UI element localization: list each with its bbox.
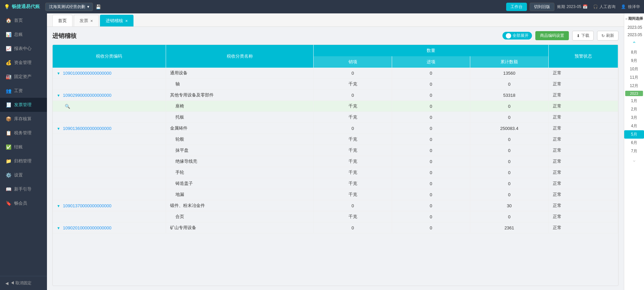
table-row: 抹平盘 千克 0 0 正常 (53, 145, 618, 156)
right-panel-collapse-icon[interactable]: » (625, 16, 628, 21)
top-bar: 💡 畅捷通易代账 沈海英测试经营勿删 ▾ 💾 工作台 切到旧版 账期 2023-… (0, 0, 644, 13)
sidebar-label-inventory: 库存核算 (14, 116, 32, 122)
page-title-row: 进销稽核 全部展开 商品编码设置 ⬇ 下载 ↻ 刷新 (52, 31, 619, 41)
period-10[interactable]: 10月 (624, 65, 644, 73)
expand-icon[interactable]: ▼ (57, 71, 60, 75)
sidebar-item-invoice[interactable]: 🧾 发票管理 (0, 98, 47, 112)
tab-home[interactable]: 首页 (52, 15, 72, 26)
expand-all-toggle[interactable]: 全部展开 (502, 32, 532, 40)
cell-warning: 正常 (548, 123, 618, 134)
sidebar-item-archive[interactable]: 📁 归档管理 (0, 154, 47, 168)
sidebar-item-reports[interactable]: 📈 报表中心 (0, 42, 47, 56)
unpin-sidebar-btn[interactable]: ◀ ◀ 取消固定 (0, 276, 47, 290)
cell-name: 铸造盖子 (166, 178, 314, 189)
download-btn[interactable]: ⬇ 下载 (572, 31, 594, 41)
expand-icon[interactable]: ▼ (57, 204, 60, 208)
cell-code (53, 145, 166, 156)
cell-code: ▼ 10901370000000000000 (53, 200, 166, 211)
table-row: ▼ 10901370000000000000 锻件、粉末冶金件 0 0 30 正… (53, 200, 618, 211)
period-2[interactable]: 2月 (624, 105, 644, 114)
expand-icon[interactable]: ▼ (57, 226, 60, 230)
period-12[interactable]: 12月 (624, 82, 644, 90)
company-selector[interactable]: 沈海英测试经营勿删 ▾ (45, 3, 93, 11)
sidebar-label-member: 畅会员 (14, 200, 27, 206)
sidebar-item-settle[interactable]: ✅ 结账 (0, 140, 47, 154)
tax-icon: 📋 (5, 130, 11, 136)
sidebar-item-home[interactable]: 🏠 首页 (0, 13, 47, 27)
expand-icon[interactable]: ▼ (57, 127, 60, 131)
workbench-button[interactable]: 工作台 (506, 3, 527, 11)
col-code: 税收分类编码 (53, 45, 166, 68)
period-7[interactable]: 7月 (624, 147, 644, 155)
product-code-btn[interactable]: 商品编码设置 (535, 31, 569, 40)
col-total: 累计数额 (470, 56, 548, 68)
title-actions: 全部展开 商品编码设置 ⬇ 下载 ↻ 刷新 (502, 31, 619, 41)
period-item-2023-05-b[interactable]: 2023.05 (626, 31, 643, 39)
cell-code (53, 79, 166, 90)
company-name: 沈海英测试经营勿删 (49, 4, 85, 10)
sidebar-item-ledger[interactable]: 📊 总账 (0, 27, 47, 42)
cell-purchase: 0 (470, 178, 548, 189)
main-table: 税收分类编码 税收分类名称 数量 预警状态 销项 进项 累计数额 (53, 45, 618, 233)
settings-icon: ⚙️ (5, 172, 11, 178)
tab-reconcile-close[interactable]: ✕ (125, 19, 128, 23)
table-row: 手轮 千克 0 0 正常 (53, 167, 618, 178)
cell-warning: 正常 (548, 145, 618, 156)
toggle-circle (506, 33, 511, 39)
tab-reconcile[interactable]: 进销稽核 ✕ (100, 15, 133, 26)
cell-purchase: 0 (470, 112, 548, 123)
save-icon[interactable]: 💾 (96, 4, 101, 9)
expand-icon[interactable]: ▼ (57, 93, 60, 97)
sidebar-label-home: 首页 (14, 17, 23, 23)
refresh-btn[interactable]: ↻ 刷新 (597, 31, 619, 41)
cell-warning: 正常 (548, 90, 618, 101)
sidebar-item-payroll[interactable]: 👥 工资 (0, 84, 47, 98)
period-9[interactable]: 9月 (624, 57, 644, 65)
period-item-2023-05-a[interactable]: 2023.05 (626, 24, 643, 31)
cell-purchase: 0 (470, 167, 548, 178)
cell-warning: 正常 (548, 112, 618, 123)
cell-name: 手轮 (166, 167, 314, 178)
tab-reconcile-label: 进销稽核 (106, 18, 123, 24)
sidebar-item-assets[interactable]: 🏭 固定资产 (0, 70, 47, 84)
headset-icon: 🎧 (593, 4, 598, 9)
cell-sale: 0 (314, 123, 392, 134)
sidebar-item-guide[interactable]: 📖 新手引导 (0, 182, 47, 196)
period-6[interactable]: 6月 (624, 139, 644, 147)
guide-icon: 📖 (5, 187, 11, 192)
calendar-icon[interactable]: 📅 (583, 4, 588, 9)
service-btn[interactable]: 🎧 人工咨询 (593, 4, 615, 10)
period-1[interactable]: 1月 (624, 97, 644, 105)
switch-old-button[interactable]: 切到旧版 (530, 3, 554, 11)
sidebar-item-inventory[interactable]: 📦 库存核算 (0, 112, 47, 126)
scroll-up-arrow[interactable]: ⌃ (631, 39, 638, 48)
table-row: 地漏 千克 0 0 正常 (53, 189, 618, 200)
period-8[interactable]: 8月 (624, 48, 644, 57)
period-4[interactable]: 4月 (624, 122, 644, 130)
period-11[interactable]: 11月 (624, 73, 644, 82)
sidebar-item-settings[interactable]: ⚙️ 设置 (0, 168, 47, 182)
table-row: 轴 千克 0 0 正常 (53, 79, 618, 90)
tab-invoice[interactable]: 发票 ✕ (74, 15, 99, 26)
period-display: 账期 2023-05 📅 (557, 4, 588, 10)
unpin-icon: ◀ (5, 281, 8, 286)
sidebar-item-member[interactable]: 🔖 畅会员 (0, 196, 47, 210)
sidebar: 🏠 首页 📊 总账 📈 报表中心 💰 资金管理 🏭 固定资产 👥 工资 (0, 13, 47, 290)
cell-warning: 正常 (548, 222, 618, 233)
tab-invoice-close[interactable]: ✕ (90, 19, 93, 23)
table-row: 🔍 座椅 千克 0 0 正常 (53, 101, 618, 112)
cell-code (53, 167, 166, 178)
period-5[interactable]: 5月 (624, 130, 644, 139)
cell-code: ▼ 10902010000000000000 (53, 222, 166, 233)
cell-total: 2361 (470, 222, 548, 233)
cell-unit: 千克 (314, 101, 392, 112)
cell-sale: 0 (392, 167, 470, 178)
logo-icon: 💡 (4, 4, 10, 9)
period-label: 账期 (557, 4, 565, 10)
sidebar-item-funds[interactable]: 💰 资金管理 (0, 56, 47, 70)
cell-sale: 0 (392, 211, 470, 222)
sidebar-item-tax[interactable]: 📋 税务管理 (0, 126, 47, 140)
period-3[interactable]: 3月 (624, 114, 644, 122)
scroll-down-arrow[interactable]: ⌄ (631, 155, 638, 164)
table-row: 轮毂 千克 0 0 正常 (53, 134, 618, 145)
